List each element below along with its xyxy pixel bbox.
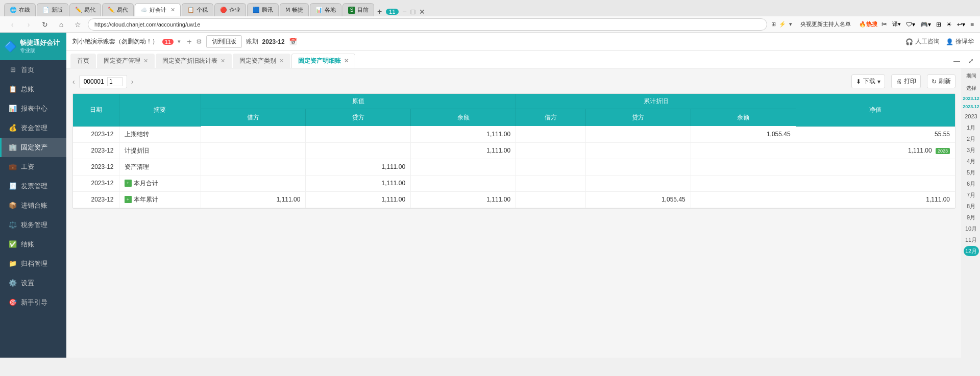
sidebar-item-payroll[interactable]: 💼 工资 <box>0 157 66 177</box>
page-tab-assets-mgmt[interactable]: 固定资产管理 ✕ <box>97 54 155 68</box>
period-month-1[interactable]: 1月 <box>964 122 979 133</box>
dropdown-icon[interactable]: ▾ <box>789 21 792 28</box>
sidebar-item-label-tax: 税务管理 <box>21 220 47 230</box>
star-btn[interactable]: ☆ <box>71 18 84 31</box>
sidebar-item-home[interactable]: ⊞ 首页 <box>0 60 66 80</box>
period-month-7[interactable]: 7月 <box>964 190 979 200</box>
period-month-8[interactable]: 8月 <box>964 201 979 211</box>
add-tab-btn[interactable]: + <box>377 7 382 16</box>
sidebar-item-closing[interactable]: ✅ 结账 <box>0 235 66 254</box>
forward-btn[interactable]: › <box>22 18 35 31</box>
sidebar-item-fixed-assets[interactable]: 🏢 固定资产 <box>0 138 66 157</box>
browser-tab-muqian[interactable]: S 目前 <box>342 3 374 16</box>
refresh-btn[interactable]: ↻ 刷新 <box>927 74 955 88</box>
period-month-5[interactable]: 5月 <box>964 167 979 178</box>
browser-tab-gedi[interactable]: 📊 各地 <box>310 3 341 16</box>
menu-icon[interactable]: ≡ <box>970 21 974 28</box>
browser-tab-yidai1[interactable]: ✏️ 易代 <box>69 3 101 16</box>
game-icon[interactable]: 🎮▾ <box>920 21 931 28</box>
service-btn[interactable]: 🎧 人工咨询 <box>905 37 940 46</box>
period-month-9[interactable]: 9月 <box>964 212 979 222</box>
print-btn[interactable]: 🖨 打印 <box>891 74 921 88</box>
lightning-icon[interactable]: ⚡ <box>779 21 786 28</box>
minimize-page-btn[interactable]: — <box>951 56 962 66</box>
close-browser-btn[interactable]: ✕ <box>419 8 425 16</box>
period-month-4[interactable]: 4月 <box>964 156 979 166</box>
cell-date-0: 2023-12 <box>73 126 119 142</box>
browser-tab-geshui[interactable]: 📋 个税 <box>182 3 213 16</box>
sidebar-item-settings[interactable]: ⚙️ 设置 <box>0 273 66 293</box>
page-tab-close-assets-mgmt[interactable]: ✕ <box>143 58 148 64</box>
browser-tab-online[interactable]: 🌐 在线 <box>4 3 36 16</box>
period-month-10[interactable]: 10月 <box>964 223 979 234</box>
reload-btn[interactable]: ↻ <box>39 18 51 31</box>
minimize-btn[interactable]: − <box>403 8 407 16</box>
page-tab-close-assets-detail[interactable]: ✕ <box>344 58 349 64</box>
prev-page-btn[interactable]: ‹ <box>72 78 75 86</box>
cell-orig-debit-4: 1,111.00 <box>201 191 306 208</box>
page-tab-home[interactable]: 首页 <box>70 54 96 68</box>
sidebar-item-tax[interactable]: ⚖️ 税务管理 <box>0 215 66 235</box>
sidebar-item-invoice[interactable]: 🧾 发票管理 <box>0 177 66 196</box>
browser-tab-yidai2[interactable]: ✏️ 易代 <box>102 3 134 16</box>
page-tab-close-assets-category[interactable]: ✕ <box>279 58 284 64</box>
switch-version-btn[interactable]: 切到旧版 <box>206 35 242 48</box>
download-icon: ⬇ <box>856 78 861 85</box>
back-btn[interactable]: ‹ <box>6 18 18 31</box>
period-month-12[interactable]: 12月 <box>964 246 979 256</box>
download-btn[interactable]: ⬇ 下载 ▾ <box>851 74 885 88</box>
browser-tab-changjie[interactable]: Ⅿ 畅捷 <box>280 3 309 16</box>
tab-label-qiye: 企业 <box>229 6 240 14</box>
period-month-6[interactable]: 6月 <box>964 179 979 189</box>
page-tab-close-depr-stats[interactable]: ✕ <box>220 58 225 64</box>
home-btn[interactable]: ⌂ <box>55 18 67 31</box>
browser-tab-new[interactable]: 📄 新版 <box>37 3 68 16</box>
page-tab-depr-stats[interactable]: 固定资产折旧统计表 ✕ <box>156 54 232 68</box>
period-month-2[interactable]: 2月 <box>964 134 979 144</box>
brightness-icon[interactable]: ☀ <box>946 21 952 28</box>
translate-icon[interactable]: 译▾ <box>892 20 901 28</box>
undo-icon[interactable]: ↩▾ <box>957 21 965 28</box>
expand-page-btn[interactable]: ⤢ <box>966 56 976 66</box>
qr-icon[interactable]: ⊞ <box>771 21 776 28</box>
cell-date-4: 2023-12 <box>73 191 119 208</box>
browser-tab-haokuaiji[interactable]: ☁️ 好会计 ✕ <box>135 3 181 16</box>
page-input[interactable] <box>107 77 122 86</box>
sidebar-item-guide[interactable]: 🎯 新手引导 <box>0 293 66 312</box>
th-date: 日期 <box>73 94 119 126</box>
ledger-table: 日期 摘要 原值 累计折旧 净值 借方 贷方 余额 借方 <box>73 94 955 208</box>
tab-close-haokuaiji[interactable]: ✕ <box>170 7 175 13</box>
period-year[interactable]: 2023 <box>964 111 979 121</box>
right-panel: 期间 选择 2023.12 2023.12 2023 1月 2月 3月 4月 5… <box>962 68 980 358</box>
browser-tab-tencent[interactable]: 🟦 腾讯 <box>247 3 279 16</box>
period-month-3[interactable]: 3月 <box>964 145 979 155</box>
tab-favicon-new: 📄 <box>42 7 50 13</box>
add-account-btn[interactable]: + <box>187 37 191 46</box>
main-area: 刘小艳演示账套（勿删勿动！） 11 ▾ + ⚙ 切到旧版 账期 2023-12 … <box>66 33 980 358</box>
sidebar-item-general-ledger[interactable]: 📋 总账 <box>0 80 66 99</box>
sidebar-item-inventory[interactable]: 📦 进销台账 <box>0 196 66 215</box>
dropdown-arrow[interactable]: ▾ <box>178 38 181 45</box>
page-tab-assets-detail[interactable]: 固定资产明细账 ✕ <box>291 54 355 68</box>
period-month-11[interactable]: 11月 <box>964 235 979 245</box>
browser-tab-qiye[interactable]: 🔴 企业 <box>214 3 246 16</box>
period-label: 账期 <box>246 37 258 46</box>
sidebar-item-label-settings: 设置 <box>21 279 34 288</box>
inventory-icon: 📦 <box>9 202 17 210</box>
cell-orig-credit-1 <box>306 142 411 159</box>
sidebar-item-archive[interactable]: 📁 归档管理 <box>0 254 66 273</box>
scissors-icon[interactable]: ✂ <box>881 20 887 28</box>
maximize-btn[interactable]: □ <box>411 8 415 16</box>
settings-small-btn[interactable]: ⚙ <box>196 38 202 45</box>
user-btn[interactable]: 👤 徐译华 <box>946 37 974 46</box>
calendar-icon[interactable]: 📅 <box>289 38 297 45</box>
cell-orig-balance-4: 1,111.00 <box>411 191 516 208</box>
address-input[interactable] <box>88 18 767 31</box>
sidebar-item-funds[interactable]: 💰 资金管理 <box>0 118 66 138</box>
shield-icon[interactable]: 🛡▾ <box>906 21 915 28</box>
sidebar-item-reports[interactable]: 📊 报表中心 <box>0 99 66 118</box>
grid-icon[interactable]: ⊞ <box>936 21 941 28</box>
ledger-icon: 📋 <box>9 85 17 93</box>
next-page-btn[interactable]: › <box>131 78 134 86</box>
page-tab-assets-category[interactable]: 固定资产类别 ✕ <box>233 54 290 68</box>
